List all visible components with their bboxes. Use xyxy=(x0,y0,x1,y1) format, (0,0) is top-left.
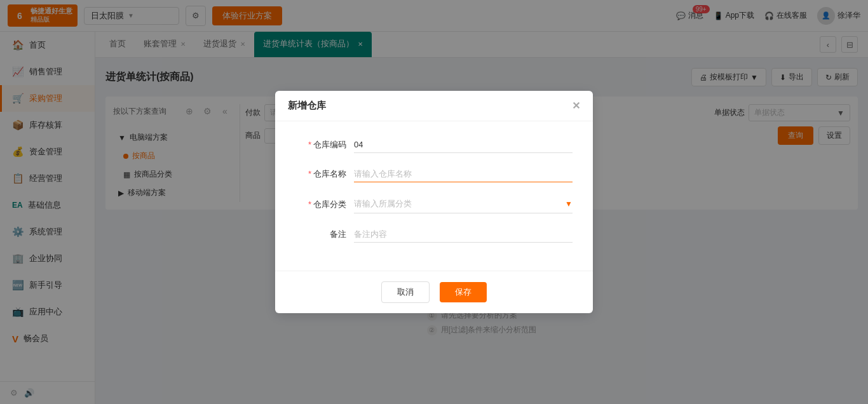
form-row-name: 仓库名称 xyxy=(295,166,573,182)
name-input[interactable] xyxy=(354,166,573,182)
modal-title: 新增仓库 xyxy=(288,100,326,112)
code-label: 仓库编码 xyxy=(295,139,346,151)
remark-label: 备注 xyxy=(295,229,346,240)
remark-input[interactable] xyxy=(354,226,573,243)
save-button[interactable]: 保存 xyxy=(440,282,487,302)
modal-overlay[interactable]: 新增仓库 ✕ 仓库编码 仓库名称 仓库分类 请输入所属分类 ▼ xyxy=(0,0,868,404)
category-dropdown-icon: ▼ xyxy=(565,199,573,208)
modal-body: 仓库编码 仓库名称 仓库分类 请输入所属分类 ▼ 备注 xyxy=(275,121,593,271)
category-label: 仓库分类 xyxy=(295,199,346,210)
category-select[interactable]: 请输入所属分类 ▼ xyxy=(354,195,573,213)
cancel-button[interactable]: 取消 xyxy=(381,281,430,303)
form-row-category: 仓库分类 请输入所属分类 ▼ xyxy=(295,195,573,213)
code-input[interactable] xyxy=(354,137,573,153)
new-warehouse-modal: 新增仓库 ✕ 仓库编码 仓库名称 仓库分类 请输入所属分类 ▼ xyxy=(275,91,593,313)
category-placeholder: 请输入所属分类 xyxy=(354,198,412,210)
name-label: 仓库名称 xyxy=(295,168,346,180)
form-row-code: 仓库编码 xyxy=(295,137,573,153)
modal-footer: 取消 保存 xyxy=(275,271,593,313)
form-row-remark: 备注 xyxy=(295,226,573,243)
modal-header: 新增仓库 ✕ xyxy=(275,91,593,121)
modal-close-icon[interactable]: ✕ xyxy=(572,100,580,112)
